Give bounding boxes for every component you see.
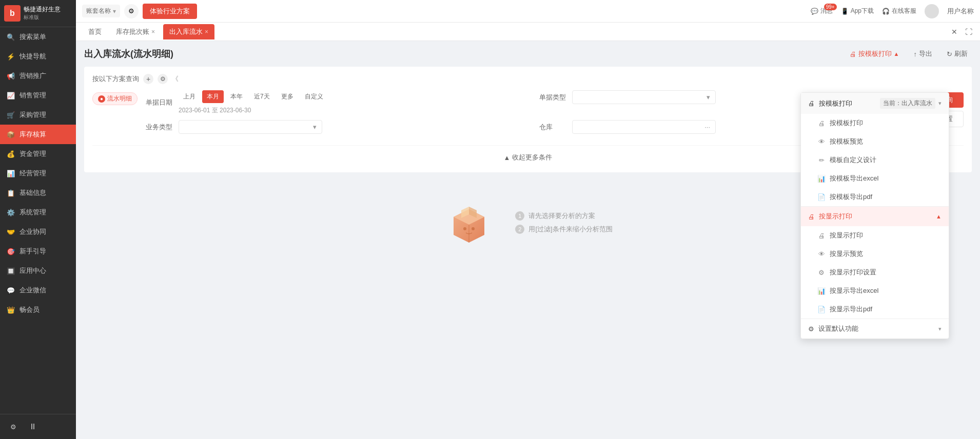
message-icon: 💬 [811, 8, 818, 15]
top-bar: 账套名称 ▾ ⚙ 体验行业方案 💬 消息 99+ 📱 App下载 🎧 [76, 0, 980, 23]
sidebar-icon-member: 👑 [6, 305, 15, 314]
user-avatar[interactable] [925, 4, 939, 18]
display-excel-label: 按显示导出excel [830, 286, 878, 295]
date-btn-7days[interactable]: 近7天 [249, 90, 275, 103]
export-button[interactable]: ↑ 导出 [910, 47, 937, 61]
date-options: 上月 本月 本年 近7天 更多 自定义 [179, 90, 328, 103]
sidebar-item-inventory[interactable]: 📦 库存核算 [0, 125, 76, 144]
dropdown-item-display-print[interactable]: 🖨 按显示打印 [801, 226, 949, 245]
sidebar-item-cooperation[interactable]: 🤝 企业协同 [0, 222, 76, 242]
filter-warehouse-label: 仓库 [539, 123, 568, 132]
tab-batch-ledger[interactable]: 库存批次账 × [110, 24, 161, 39]
filter-business-type-select[interactable]: ▾ [179, 120, 322, 134]
dropdown-item-template-preview[interactable]: 👁 按模板预览 [801, 132, 949, 151]
topbar-settings-icon[interactable]: ⚙ [124, 4, 139, 18]
chevron-up-icon: ▲ [894, 51, 899, 57]
sidebar-toggle-icon[interactable]: ⏸ [29, 422, 37, 431]
tab-close-all-icon[interactable]: ✕ [949, 27, 959, 37]
dropdown-item-template-print[interactable]: 🖨 按模板打印 [801, 114, 949, 132]
business-type-arrow-icon: ▾ [313, 123, 317, 131]
sidebar-label-quicknav: 快捷导航 [19, 52, 46, 61]
tab-maximize-icon[interactable]: ⛶ [964, 27, 974, 37]
sidebar-item-sales[interactable]: 📈 销售管理 [0, 86, 76, 105]
chevron-up-icon: ▲ [504, 154, 511, 162]
date-btn-last-month[interactable]: 上月 [179, 90, 200, 103]
sidebar-scroll[interactable]: 🔍 搜索菜单 ⚡ 快捷导航 📢 营销推广 📈 销售管理 🛒 采购管理 📦 库存核… [0, 27, 76, 414]
message-button[interactable]: 💬 消息 99+ [811, 7, 833, 15]
app-download-button[interactable]: 📱 App下载 [841, 7, 874, 15]
sidebar-item-search[interactable]: 🔍 搜索菜单 [0, 27, 76, 47]
template-print-header-label: 按模板打印 [819, 99, 852, 108]
tab-warehouse-flow-close[interactable]: × [205, 28, 208, 35]
customer-service-button[interactable]: 🎧 在线客服 [882, 7, 916, 15]
display-section-chevron-icon: ▲ [936, 213, 942, 220]
empty-tip-2-text: 用[过滤]条件来缩小分析范围 [528, 225, 612, 234]
sidebar-icon-search: 🔍 [6, 32, 15, 42]
voucher-type-arrow-icon: ▾ [707, 93, 710, 101]
date-btn-this-year[interactable]: 本年 [226, 90, 247, 103]
date-btn-more[interactable]: 更多 [277, 90, 298, 103]
sidebar-icon-wechat: 💬 [6, 286, 15, 295]
filter-settings-button[interactable]: ⚙ [158, 74, 168, 84]
default-settings-icon: ⚙ [808, 325, 814, 333]
app-logo: b [4, 5, 21, 22]
tab-batch-ledger-close[interactable]: × [151, 28, 155, 35]
user-display-text: 账套名称 [86, 7, 111, 15]
svg-point-5 [463, 227, 466, 230]
refresh-button[interactable]: ↻ 刷新 [943, 47, 972, 61]
dropdown-item-template-design[interactable]: ✏ 模板自定义设计 [801, 151, 949, 169]
tab-home[interactable]: 首页 [82, 24, 108, 39]
empty-tip-1-text: 请先选择要分析的方案 [528, 211, 595, 221]
user-display[interactable]: 账套名称 ▾ [82, 5, 120, 17]
sidebar-label-member: 畅会员 [19, 305, 40, 314]
preview-icon: 👁 [817, 137, 826, 146]
filter-warehouse-select[interactable]: ··· [572, 120, 716, 134]
dropdown-item-display-excel[interactable]: 📊 按显示导出excel [801, 282, 949, 300]
collapse-button[interactable]: ▲ 收起更多条件 [498, 150, 559, 165]
filter-header-label: 按以下方案查询 [92, 74, 139, 84]
sidebar-label-system: 系统管理 [19, 208, 46, 217]
template-print-items: 🖨 按模板打印 👁 按模板预览 ✏ 模板自定义设计 📊 [801, 114, 949, 206]
filter-collapse-icon[interactable]: 《 [172, 74, 179, 84]
trial-button[interactable]: 体验行业方案 [143, 4, 197, 19]
sidebar-item-basic[interactable]: 📋 基础信息 [0, 183, 76, 203]
dropdown-item-display-preview[interactable]: 👁 按显示预览 [801, 245, 949, 263]
app-version: 标准版 [24, 14, 61, 21]
filter-voucher-type-select[interactable]: ▾ [572, 90, 716, 104]
sidebar-icon-quicknav: ⚡ [6, 52, 15, 61]
sidebar-item-guide[interactable]: 🎯 新手引导 [0, 242, 76, 261]
dropdown-item-display-pdf[interactable]: 📄 按显示导出pdf [801, 300, 949, 318]
sidebar-item-operations[interactable]: 📊 经营管理 [0, 164, 76, 183]
date-btn-custom[interactable]: 自定义 [300, 90, 328, 103]
design-icon: ✏ [817, 156, 826, 164]
dropdown-item-template-excel[interactable]: 📊 按模板导出excel [801, 169, 949, 188]
sidebar-item-quicknav[interactable]: ⚡ 快捷导航 [0, 47, 76, 66]
sidebar-label-wechat: 企业微信 [19, 286, 46, 295]
filter-tag[interactable]: ● 流水明细 [92, 92, 138, 105]
dropdown-item-template-pdf[interactable]: 📄 按模板导出pdf [801, 188, 949, 206]
sidebar-item-purchase[interactable]: 🛒 采购管理 [0, 105, 76, 125]
tab-warehouse-flow[interactable]: 出入库流水 × [163, 24, 214, 39]
page-title: 出入库流水(流水明细) [84, 48, 173, 60]
sidebar-item-apps[interactable]: 🔲 应用中心 [0, 261, 76, 281]
sidebar-settings-icon[interactable]: ⚙ [6, 420, 21, 434]
sidebar-item-marketing[interactable]: 📢 营销推广 [0, 66, 76, 86]
display-print-header[interactable]: 🖨 按显示打印 ▲ [801, 207, 949, 226]
display-print-settings-label: 按显示打印设置 [830, 268, 876, 277]
template-print-header[interactable]: 🖨 按模板打印 当前：出入库流水 ▾ [801, 93, 949, 114]
template-preview-label: 按模板预览 [830, 137, 863, 146]
filter-add-button[interactable]: + [143, 74, 153, 84]
print-template-button[interactable]: 🖨 按模板打印 ▲ [846, 47, 904, 61]
display-print-label: 按显示打印 [830, 231, 863, 240]
app-download-icon: 📱 [841, 8, 849, 15]
dropdown-item-display-print-settings[interactable]: ⚙ 按显示打印设置 [801, 263, 949, 282]
sidebar-item-system[interactable]: ⚙️ 系统管理 [0, 203, 76, 222]
tab-warehouse-flow-label: 出入库流水 [169, 27, 203, 36]
sidebar-item-member[interactable]: 👑 畅会员 [0, 300, 76, 320]
date-btn-this-month[interactable]: 本月 [202, 90, 224, 103]
sidebar-item-finance[interactable]: 💰 资金管理 [0, 144, 76, 164]
sidebar-item-wechat[interactable]: 💬 企业微信 [0, 281, 76, 300]
dropdown-footer[interactable]: ⚙ 设置默认功能 ▾ [801, 319, 949, 338]
collapse-label: 收起更多条件 [512, 153, 552, 162]
sidebar-footer: ⚙ ⏸ [0, 414, 76, 439]
